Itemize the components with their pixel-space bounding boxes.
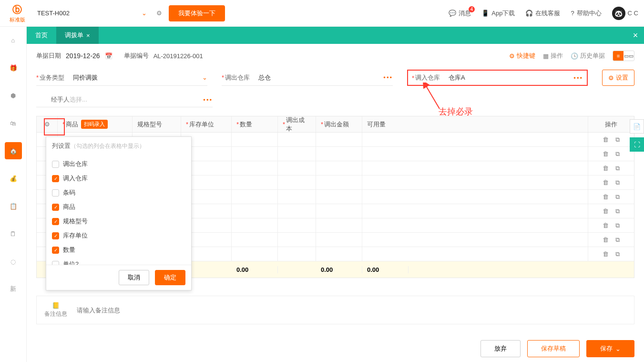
- delete-icon[interactable]: 🗑: [603, 150, 609, 157]
- copy-icon[interactable]: ⧉: [615, 236, 620, 244]
- popup-title: 列设置: [52, 142, 71, 149]
- logo-text: 标准版: [10, 16, 25, 23]
- column-option[interactable]: ✓库存单位: [52, 228, 185, 243]
- table-header: ⚙ *商品扫码录入 规格型号 *库存单位 *数量 *调出成本 *调出金额 可用量…: [37, 116, 634, 133]
- delete-icon[interactable]: 🗑: [603, 136, 609, 143]
- clock-icon: 🕓: [571, 52, 578, 60]
- sidebar-home[interactable]: ⌂: [5, 31, 22, 49]
- option-label: 条码: [63, 188, 75, 197]
- trial-button[interactable]: 我要体验一下: [169, 5, 225, 21]
- col-amt: *调出金额: [316, 116, 362, 132]
- operate-link[interactable]: ▦操作: [543, 52, 563, 60]
- close-icon[interactable]: ×: [86, 32, 90, 39]
- option-label: 单位2: [63, 260, 79, 265]
- remark-section: 📒 备注信息: [36, 296, 634, 324]
- copy-icon[interactable]: ⧉: [615, 193, 620, 201]
- sidebar-bag[interactable]: 🛍: [5, 114, 22, 132]
- col-unit: *库存单位: [181, 116, 232, 132]
- service-link[interactable]: 🎧 在线客服: [525, 9, 560, 18]
- delete-icon[interactable]: 🗑: [603, 222, 609, 229]
- column-option[interactable]: ✓规格型号: [52, 214, 185, 228]
- gear-icon[interactable]: ⚙: [156, 10, 162, 17]
- remark-input[interactable]: [77, 307, 626, 314]
- ok-button[interactable]: 确定: [155, 270, 185, 285]
- out-label: 调出仓库: [225, 73, 258, 82]
- sidebar-report[interactable]: 🗒: [5, 225, 22, 242]
- remark-icon: 📒 备注信息: [44, 302, 67, 318]
- delete-icon[interactable]: 🗑: [603, 250, 609, 258]
- more-icon[interactable]: •••: [573, 74, 583, 82]
- checkbox-icon: [52, 189, 59, 197]
- view-toggle[interactable]: ≡ ▭▭: [613, 51, 634, 61]
- col-qty: *数量: [232, 116, 278, 132]
- column-option[interactable]: 调出仓库: [52, 157, 185, 171]
- sidebar-house[interactable]: ⬢: [5, 87, 22, 104]
- biz-value: 同价调拨: [73, 73, 98, 82]
- checkbox-icon: ✓: [52, 232, 59, 239]
- date-label: 单据日期: [36, 52, 61, 60]
- in-warehouse-field[interactable]: *调入仓库 仓库A •••: [407, 70, 588, 86]
- delete-icon[interactable]: 🗑: [603, 193, 609, 200]
- out-value: 总仓: [258, 73, 271, 82]
- copy-icon[interactable]: ⧉: [615, 150, 620, 158]
- checkbox-icon: ✓: [52, 218, 59, 225]
- history-link[interactable]: 🕓历史单据: [571, 52, 605, 60]
- save-button[interactable]: 保存⌄: [586, 340, 634, 357]
- more-icon[interactable]: •••: [383, 74, 393, 81]
- app-download-link[interactable]: 📱 App下载: [481, 9, 515, 18]
- copy-icon[interactable]: ⧉: [615, 136, 620, 144]
- handler-field[interactable]: 经手人 选择... •••: [36, 93, 213, 107]
- sidebar-clipboard[interactable]: 📋: [5, 197, 22, 215]
- column-option[interactable]: ✓商品: [52, 200, 185, 214]
- tab-transfer-order[interactable]: 调拨单 ×: [56, 27, 99, 44]
- card-view-icon[interactable]: ▭▭: [624, 51, 634, 61]
- date-value[interactable]: 2019-12-26: [66, 52, 100, 60]
- help-link[interactable]: ? 帮助中心: [571, 9, 601, 18]
- user-menu[interactable]: 🐼 C C: [612, 7, 638, 20]
- copy-icon[interactable]: ⧉: [615, 179, 620, 186]
- foot-amt: 0.00: [362, 266, 409, 273]
- sidebar-gift[interactable]: 🎁: [5, 59, 22, 76]
- cancel-button[interactable]: 取消: [119, 270, 149, 285]
- more-icon[interactable]: •••: [203, 96, 213, 103]
- column-settings-button[interactable]: ⚙: [37, 116, 58, 132]
- column-option[interactable]: ✓数量: [52, 243, 185, 257]
- delete-icon[interactable]: 🗑: [603, 207, 609, 215]
- sidebar-new[interactable]: 新: [5, 280, 22, 298]
- store-select[interactable]: TEST-H002 ⌄: [32, 6, 152, 21]
- gear-icon: ⚙: [608, 74, 614, 82]
- column-option[interactable]: ✓调入仓库: [52, 171, 185, 186]
- column-option[interactable]: 单位2: [52, 257, 185, 265]
- copy-icon[interactable]: ⧉: [615, 222, 620, 229]
- scan-button[interactable]: 扫码录入: [81, 120, 108, 129]
- popup-header: 列设置（勾选的列会在表格中显示）: [46, 137, 191, 155]
- copy-icon[interactable]: ⧉: [615, 250, 620, 258]
- message-icon: 💬: [449, 10, 456, 17]
- sidebar-ring[interactable]: ◌: [5, 253, 22, 270]
- calendar-icon[interactable]: 📅: [105, 52, 112, 60]
- messages-link[interactable]: 💬 消息 4: [449, 9, 471, 18]
- save-draft-button[interactable]: 保存草稿: [527, 340, 580, 357]
- close-all-button[interactable]: ×: [627, 27, 644, 44]
- user-name: C C: [628, 10, 638, 17]
- expand-tool[interactable]: ⛶: [630, 137, 644, 152]
- tab-home[interactable]: 首页: [27, 27, 56, 44]
- delete-icon[interactable]: 🗑: [603, 179, 609, 186]
- sidebar-money[interactable]: 💰: [5, 170, 22, 187]
- copy-icon[interactable]: ⧉: [615, 207, 620, 215]
- column-option[interactable]: 条码: [52, 186, 185, 200]
- checkbox-icon: ✓: [52, 247, 59, 254]
- handler-label: 经手人: [36, 95, 70, 104]
- note-tool[interactable]: 📄: [630, 119, 644, 134]
- delete-icon[interactable]: 🗑: [603, 165, 609, 172]
- sidebar-warehouse[interactable]: 🏠: [5, 142, 22, 159]
- settings-button[interactable]: ⚙设置: [602, 70, 634, 86]
- business-type-field[interactable]: *业务类型 同价调拨 ⌄: [36, 70, 207, 86]
- copy-icon[interactable]: ⧉: [615, 165, 620, 172]
- list-view-icon[interactable]: ≡: [613, 51, 624, 61]
- delete-icon[interactable]: 🗑: [603, 236, 609, 243]
- out-warehouse-field[interactable]: *调出仓库 总仓 •••: [222, 70, 393, 86]
- col-spec: 规格型号: [133, 116, 181, 132]
- discard-button[interactable]: 放弃: [480, 340, 521, 357]
- shortcut-link[interactable]: ⚙快捷键: [509, 52, 535, 60]
